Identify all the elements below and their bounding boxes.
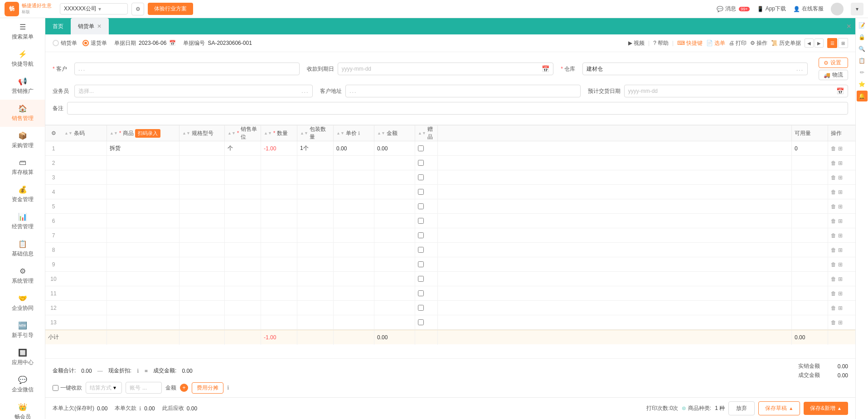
cell-qty[interactable] xyxy=(261,257,297,272)
settings-gear-btn[interactable]: ⚙ xyxy=(131,3,144,15)
cell-amount[interactable] xyxy=(374,315,415,330)
customer-addr-input[interactable]: ... xyxy=(345,85,580,97)
delete-row-btn[interactable]: 🗑 xyxy=(831,189,836,195)
delete-row-btn[interactable]: 🗑 xyxy=(831,305,836,311)
cell-gift[interactable] xyxy=(415,141,438,156)
copy-row-btn[interactable]: ⊞ xyxy=(838,218,843,224)
cell-spec[interactable] xyxy=(179,301,225,315)
save-new-btn[interactable]: 保存&新增 ▲ xyxy=(804,402,848,415)
cell-price[interactable] xyxy=(334,185,374,199)
right-panel-btn-4[interactable]: 📋 xyxy=(857,55,868,66)
sidebar-item-inventory[interactable]: 🗃 库存核算 xyxy=(0,154,45,181)
sidebar-item-system[interactable]: ⚙ 系统管理 xyxy=(0,262,45,289)
cell-price[interactable] xyxy=(334,228,374,243)
due-date-input[interactable]: yyyy-mm-dd 📅 xyxy=(338,63,554,75)
user-menu-btn[interactable]: ▾ xyxy=(851,3,863,15)
print-action-btn[interactable]: 🖨 打印 xyxy=(729,39,747,47)
abandon-btn[interactable]: 放弃 xyxy=(728,401,755,415)
cell-pkgqty[interactable] xyxy=(297,286,334,301)
cell-barcode[interactable] xyxy=(62,315,107,330)
cell-amount[interactable] xyxy=(374,199,415,214)
cell-gift[interactable] xyxy=(415,185,438,199)
cell-barcode[interactable] xyxy=(62,272,107,286)
cell-price[interactable]: 0.00 xyxy=(334,141,374,156)
cell-barcode[interactable] xyxy=(62,228,107,243)
cell-qty[interactable] xyxy=(261,272,297,286)
copy-row-btn[interactable]: ⊞ xyxy=(838,160,843,166)
cell-barcode[interactable] xyxy=(62,301,107,315)
cell-barcode[interactable] xyxy=(62,243,107,257)
cell-spec[interactable] xyxy=(179,170,225,185)
history-action-btn[interactable]: 📜 历史单据 xyxy=(771,39,801,47)
cell-qty[interactable]: -1.00 xyxy=(261,141,297,156)
cell-barcode[interactable] xyxy=(62,286,107,301)
cell-gift[interactable] xyxy=(415,228,438,243)
cell-product[interactable] xyxy=(107,272,179,286)
warehouse-input[interactable]: 建材仓 ... xyxy=(582,63,808,75)
company-selector[interactable]: XXXXXX公司 ▾ xyxy=(60,3,128,14)
right-panel-btn-5[interactable]: ✏ xyxy=(857,67,868,78)
cell-unit[interactable]: 个 xyxy=(225,141,261,156)
cell-pkgqty[interactable] xyxy=(297,301,334,315)
expected-date-input[interactable]: yyyy-mm-dd 📅 xyxy=(624,85,848,97)
cell-pkgqty[interactable] xyxy=(297,272,334,286)
cell-pkgqty[interactable] xyxy=(297,228,334,243)
cell-spec[interactable] xyxy=(179,228,225,243)
radio-sales[interactable]: 销货单 xyxy=(53,39,77,47)
cell-pkgqty[interactable] xyxy=(297,199,334,214)
cell-barcode[interactable] xyxy=(62,170,107,185)
sidebar-item-member[interactable]: 👑 畅会员 xyxy=(0,398,45,419)
cell-spec[interactable] xyxy=(179,315,225,330)
shortcut-action-btn[interactable]: ⌨ 快捷键 xyxy=(677,39,703,47)
copy-row-btn[interactable]: ⊞ xyxy=(838,247,843,253)
save-draft-btn[interactable]: 保存草稿 ▲ xyxy=(758,401,800,415)
next-record-btn[interactable]: ▶ xyxy=(815,39,824,48)
cell-qty[interactable] xyxy=(261,185,297,199)
sidebar-item-guide[interactable]: 🆕 新手引导 xyxy=(0,317,45,344)
gift-checkbox[interactable] xyxy=(418,261,424,267)
cell-barcode[interactable] xyxy=(62,214,107,228)
cell-pkgqty[interactable] xyxy=(297,315,334,330)
cell-pkgqty[interactable]: 1个 xyxy=(297,141,334,156)
cell-spec[interactable] xyxy=(179,185,225,199)
cell-barcode[interactable] xyxy=(62,199,107,214)
online-service-btn[interactable]: 👤 在线客服 xyxy=(793,5,824,13)
cell-gift[interactable] xyxy=(415,199,438,214)
cell-product[interactable] xyxy=(107,301,179,315)
one-click-pay-check[interactable] xyxy=(53,385,58,391)
cell-amount[interactable] xyxy=(374,185,415,199)
cell-spec[interactable] xyxy=(179,257,225,272)
cell-unit[interactable] xyxy=(225,185,261,199)
sidebar-item-quick-nav[interactable]: ⚡ 快捷导航 xyxy=(0,45,45,72)
gift-checkbox[interactable] xyxy=(418,290,424,296)
user-avatar[interactable] xyxy=(831,3,844,15)
trial-btn[interactable]: 体验行业方案 xyxy=(148,3,193,15)
cell-unit[interactable] xyxy=(225,315,261,330)
cell-pkgqty[interactable] xyxy=(297,170,334,185)
cell-barcode[interactable] xyxy=(62,156,107,170)
delete-row-btn[interactable]: 🗑 xyxy=(831,174,836,181)
delete-row-btn[interactable]: 🗑 xyxy=(831,290,836,297)
cell-barcode[interactable] xyxy=(62,257,107,272)
copy-row-btn[interactable]: ⊞ xyxy=(838,203,843,210)
account-select[interactable]: 账号 ... xyxy=(126,382,162,394)
copy-row-btn[interactable]: ⊞ xyxy=(838,189,843,195)
gift-checkbox[interactable] xyxy=(418,203,424,209)
note-input[interactable] xyxy=(67,102,848,115)
cell-amount[interactable] xyxy=(374,156,415,170)
gift-checkbox[interactable] xyxy=(418,160,424,166)
date-calendar-icon[interactable]: 📅 xyxy=(169,40,176,46)
cell-amount[interactable]: 0.00 xyxy=(374,141,415,156)
cell-amount[interactable] xyxy=(374,243,415,257)
cell-qty[interactable] xyxy=(261,228,297,243)
sidebar-item-purchase[interactable]: 📦 采购管理 xyxy=(0,127,45,154)
tab-home[interactable]: 首页 xyxy=(45,18,71,34)
copy-row-btn[interactable]: ⊞ xyxy=(838,145,843,152)
select-order-btn[interactable]: 📄 选单 xyxy=(706,39,725,47)
cell-barcode[interactable] xyxy=(62,141,107,156)
cell-gift[interactable] xyxy=(415,156,438,170)
cell-spec[interactable] xyxy=(179,156,225,170)
list-view-btn[interactable]: ☰ xyxy=(827,38,837,48)
sidebar-item-operations[interactable]: 📊 经营管理 xyxy=(0,208,45,235)
sidebar-item-marketing[interactable]: 📢 营销推广 xyxy=(0,72,45,100)
